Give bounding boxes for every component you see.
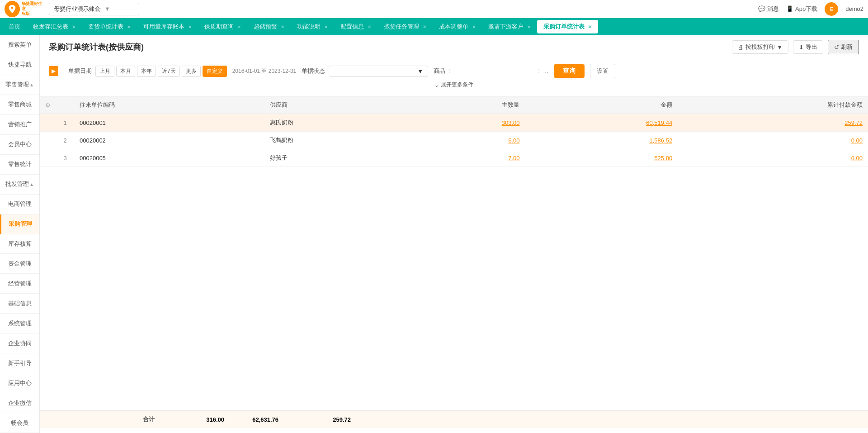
sidebar-item-purchase[interactable]: 采购管理 [0, 214, 39, 234]
sidebar-label-member2: 畅会员 [11, 419, 28, 427]
refresh-btn[interactable]: ↺ 刷新 [828, 40, 859, 54]
date-7days-btn[interactable]: 近7天 [158, 66, 180, 77]
sidebar-item-member[interactable]: 会员中心 [0, 135, 39, 155]
nav-tab-label-receive: 收发存汇总表 [33, 23, 68, 31]
header-actions: 🖨 按模板打印 ▼ ⬇ 导出 ↺ 刷新 [732, 40, 859, 54]
sidebar-item-retail_mall[interactable]: 零售商城 [0, 95, 39, 115]
nav-tab-close-receive[interactable]: ✕ [72, 24, 75, 29]
goods-input[interactable] [449, 69, 539, 73]
status-select[interactable]: ▼ [329, 66, 428, 77]
sidebar-item-inventory_check[interactable]: 库存核算 [0, 234, 39, 254]
user-avatar[interactable]: E [825, 2, 838, 16]
message-btn[interactable]: 💬 消息 [758, 5, 779, 13]
sidebar-label-wholesale: 批发管理 [5, 180, 29, 188]
search-btn[interactable]: 查询 [554, 64, 585, 78]
nav-tab-quality[interactable]: 保质期查询✕ [198, 20, 247, 33]
date-more-btn[interactable]: 更多 [182, 66, 201, 77]
sidebar-item-enterprise_wechat[interactable]: 企业微信 [0, 393, 39, 413]
nav-tab-receive[interactable]: 收发存汇总表✕ [27, 20, 82, 33]
nav-tab-home[interactable]: 首页 [2, 20, 27, 33]
col-supplier-code: 往来单位编码 [74, 96, 264, 114]
row-paid-2: 0.00 [678, 132, 868, 149]
nav-tab-close-cost[interactable]: ✕ [472, 24, 476, 29]
sidebar-item-new_guide[interactable]: 新手引导 [0, 353, 39, 373]
sidebar-item-finance[interactable]: 资金管理 [0, 254, 39, 274]
sidebar-item-enterprise[interactable]: 企业协同 [0, 333, 39, 353]
expand-label: 展开更多条件 [441, 81, 473, 89]
refresh-icon: ↺ [834, 44, 839, 51]
workspace-name: 母婴行业演示账套 [54, 5, 101, 13]
nav-tab-close-invite[interactable]: ✕ [527, 24, 531, 29]
row-settings-1[interactable] [40, 114, 56, 132]
date-this-year-btn[interactable]: 本年 [137, 66, 156, 77]
print-icon: 🖨 [738, 44, 744, 51]
nav-tab-close-quality[interactable]: ✕ [237, 24, 241, 29]
user-name[interactable]: demo2 [845, 5, 863, 12]
nav-tab-close-picking[interactable]: ✕ [423, 24, 426, 29]
more-options-icon[interactable]: … [543, 68, 548, 74]
row-supplier-1: 惠氏奶粉 [264, 114, 406, 132]
col-settings[interactable]: ⚙ [40, 96, 56, 114]
filter-area: ▶ 单据日期 上月 本月 本年 近7天 更多 自定义 2016-01-01 至 … [40, 59, 868, 96]
col-quantity: 主数量 [406, 96, 525, 114]
date-custom-btn[interactable]: 自定义 [203, 66, 227, 77]
sidebar-item-ecommerce[interactable]: 电商管理 [0, 195, 39, 214]
nav-tab-overstock[interactable]: 超储预警✕ [247, 20, 291, 33]
sidebar-item-basic[interactable]: 基础信息 [0, 294, 39, 314]
table-footer: 合计 316.00 62,631.76 259.72 [40, 410, 868, 428]
row-settings-3[interactable] [40, 149, 56, 167]
date-buttons: 上月 本月 本年 近7天 更多 自定义 [95, 66, 227, 77]
nav-tab-close-requisition[interactable]: ✕ [127, 24, 131, 29]
nav-tab-close-overstock[interactable]: ✕ [281, 24, 284, 29]
expand-more-btn[interactable]: ⌄ 展开更多条件 [49, 78, 859, 91]
filter-settings-btn[interactable]: 设置 [590, 64, 615, 78]
table-row: 2 00020002 飞鹤奶粉 6.00 1,586.52 0.00 [40, 132, 868, 149]
sidebar-label-enterprise: 企业协同 [8, 339, 32, 347]
row-supplier-code-3: 00020005 [74, 149, 264, 167]
table-wrapper[interactable]: ⚙ 往来单位编码 供应商 主数量 金额 累计付款金额 1 00020001 惠氏… [40, 96, 868, 410]
row-amount-3: 525.80 [525, 149, 678, 167]
date-last-month-btn[interactable]: 上月 [95, 66, 114, 77]
sidebar-item-marketing[interactable]: 营销推广 [0, 115, 39, 135]
nav-tab-invite[interactable]: 邀请下游客户✕ [482, 20, 537, 33]
sidebar-item-search[interactable]: 搜索英单 [0, 35, 39, 55]
nav-tab-picking[interactable]: 拣货任务管理✕ [377, 20, 433, 33]
sidebar-item-member2[interactable]: 畅会员 [0, 413, 39, 433]
goods-filter-group: 商品 … [434, 67, 548, 75]
nav-tab-close-config[interactable]: ✕ [368, 24, 371, 29]
nav-tab-label-requisition: 要货单统计表 [88, 23, 123, 31]
sidebar-item-wholesale[interactable]: 批发管理▲ [0, 175, 39, 195]
nav-tab-label-config: 配置信息 [340, 23, 364, 31]
nav-tab-purchase_summary[interactable]: 采购订单统计表✕ [537, 20, 598, 33]
date-this-month-btn[interactable]: 本月 [116, 66, 135, 77]
nav-tab-label-home: 首页 [9, 23, 20, 31]
sidebar-item-retail_stats[interactable]: 零售统计 [0, 155, 39, 175]
collapse-btn[interactable]: ▶ [49, 66, 58, 76]
sidebar-item-app_center[interactable]: 应用中心 [0, 373, 39, 393]
row-settings-2[interactable] [40, 132, 56, 149]
sidebar-item-operations[interactable]: 经营管理 [0, 274, 39, 294]
nav-tab-cost[interactable]: 成本调整单✕ [433, 20, 482, 33]
export-label: 导出 [806, 43, 817, 51]
app-download-btn[interactable]: 📱 App下载 [786, 5, 817, 13]
nav-tab-config[interactable]: 配置信息✕ [334, 20, 377, 33]
sidebar-label-finance: 资金管理 [8, 260, 32, 268]
nav-tab-close-instructions[interactable]: ✕ [324, 24, 328, 29]
nav-tab-requisition[interactable]: 要货单统计表✕ [82, 20, 137, 33]
sidebar-label-operations: 经营管理 [8, 280, 32, 288]
export-btn[interactable]: ⬇ 导出 [793, 40, 823, 54]
print-btn[interactable]: 🖨 按模板打印 ▼ [732, 40, 788, 54]
nav-tab-close-inventory[interactable]: ✕ [188, 24, 192, 29]
row-index-3: 3 [56, 149, 74, 167]
sidebar-item-shortcut[interactable]: 快捷导航 [0, 55, 39, 75]
sidebar-label-basic: 基础信息 [8, 300, 32, 308]
nav-tab-close-purchase_summary[interactable]: ✕ [588, 24, 592, 29]
sidebar-item-system[interactable]: 系统管理 [0, 314, 39, 333]
sidebar-item-retail[interactable]: 零售管理▲ [0, 75, 39, 95]
sidebar-label-retail_stats: 零售统计 [8, 160, 32, 168]
row-supplier-2: 飞鹤奶粉 [264, 132, 406, 149]
nav-tab-instructions[interactable]: 功能说明✕ [291, 20, 334, 33]
workspace-selector[interactable]: 母婴行业演示账套 ▼ [49, 3, 139, 15]
nav-tab-inventory[interactable]: 可用量库存账本✕ [137, 20, 198, 33]
row-index-1: 1 [56, 114, 74, 132]
